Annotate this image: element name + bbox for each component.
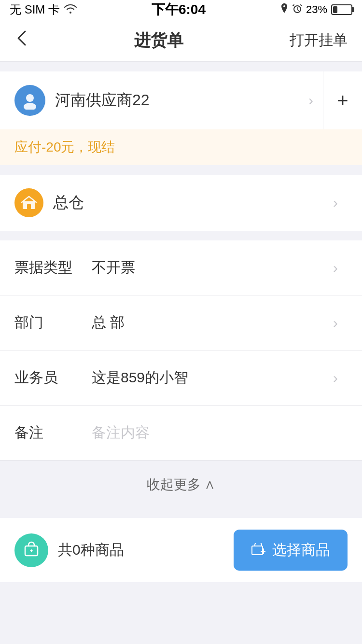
status-right: 23% [280, 3, 352, 16]
department-chevron-icon: › [323, 315, 348, 331]
svg-point-2 [24, 103, 36, 110]
back-button[interactable] [14, 28, 28, 53]
warehouse-name: 总仓 [53, 192, 323, 213]
page-title: 进货单 [134, 29, 183, 52]
collapse-button[interactable]: 收起更多 ∧ [147, 476, 216, 494]
invoice-row[interactable]: 票据类型 不开票 › [0, 240, 362, 295]
supplier-name: 河南供应商22 [55, 90, 299, 111]
notice-banner: 应付-20元，现结 [0, 129, 362, 165]
department-row[interactable]: 部门 总 部 › [0, 295, 362, 350]
warehouse-icon [14, 188, 43, 217]
remark-input[interactable]: 备注内容 [92, 423, 348, 443]
salesperson-value: 这是859的小智 [92, 368, 323, 388]
salesperson-label: 业务员 [14, 368, 72, 388]
bottom-bar: 共0种商品 选择商品 [0, 518, 362, 582]
warehouse-section[interactable]: 总仓 › [0, 175, 362, 231]
location-icon [280, 3, 289, 16]
product-count-area: 共0种商品 [14, 533, 124, 567]
warehouse-chevron-icon: › [323, 195, 348, 211]
remark-label: 备注 [14, 423, 72, 443]
status-left: 无 SIM 卡 [10, 2, 77, 17]
supplier-main[interactable]: 河南供应商22 › [0, 71, 323, 129]
invoice-chevron-icon: › [323, 260, 348, 276]
invoice-value: 不开票 [92, 258, 323, 278]
open-pending-button[interactable]: 打开挂单 [290, 30, 348, 50]
alarm-icon [292, 3, 302, 16]
battery-icon [331, 4, 352, 15]
status-time: 下午6:04 [152, 0, 206, 19]
collapse-section[interactable]: 收起更多 ∧ [0, 460, 362, 508]
supplier-avatar [14, 85, 45, 116]
carrier-text: 无 SIM 卡 [10, 2, 60, 17]
nav-bar: 进货单 打开挂单 [0, 19, 362, 62]
department-label: 部门 [14, 313, 72, 333]
status-bar: 无 SIM 卡 下午6:04 23% [0, 0, 362, 19]
svg-rect-4 [27, 204, 31, 209]
salesperson-row[interactable]: 业务员 这是859的小智 › [0, 350, 362, 406]
invoice-label: 票据类型 [14, 258, 72, 278]
svg-rect-6 [252, 546, 263, 555]
supplier-chevron-icon: › [299, 92, 323, 109]
add-supplier-button[interactable]: + [323, 76, 362, 125]
svg-point-1 [26, 94, 34, 102]
select-product-label: 选择商品 [272, 540, 330, 560]
remark-row[interactable]: 备注 备注内容 [0, 406, 362, 460]
battery-text: 23% [306, 3, 327, 16]
form-section: 票据类型 不开票 › 部门 总 部 › 业务员 这是859的小智 › 备注 备注… [0, 240, 362, 460]
select-product-button[interactable]: 选择商品 [234, 530, 348, 571]
product-count-text: 共0种商品 [58, 540, 124, 560]
supplier-section[interactable]: 河南供应商22 › + [0, 71, 362, 129]
department-value: 总 部 [92, 313, 323, 333]
product-icon [14, 533, 48, 567]
salesperson-chevron-icon: › [323, 370, 348, 386]
page-background [0, 582, 362, 644]
wifi-icon [64, 3, 77, 16]
main-content: 河南供应商22 › + 应付-20元，现结 总仓 › 票据类型 不开票 › 部门… [0, 71, 362, 644]
